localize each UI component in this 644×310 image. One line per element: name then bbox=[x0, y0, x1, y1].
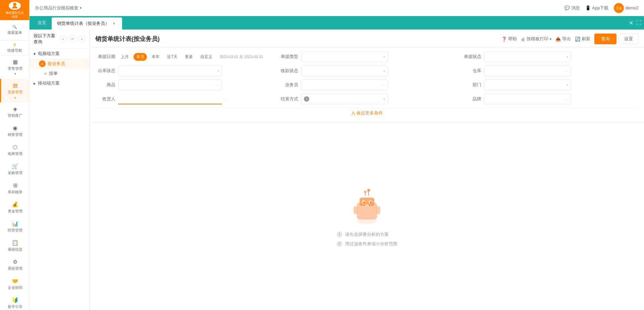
sidebar-item-ecommerce-label: 电商管理 bbox=[8, 151, 22, 156]
top-bar-left: 办公用品行业模拟账套 ▾ bbox=[35, 5, 82, 11]
brand-dots: ··· bbox=[565, 97, 568, 102]
tab-home[interactable]: 首页 bbox=[32, 17, 52, 28]
sidebar-item-finance[interactable]: 💰 资金管理 bbox=[0, 198, 29, 217]
shortcut-icon: ⚡ bbox=[12, 43, 17, 47]
date-tab-last-month[interactable]: 上月 bbox=[118, 53, 131, 61]
receiver-input[interactable] bbox=[118, 94, 222, 104]
sidebar-item-purchase[interactable]: 🛒 采购管理 bbox=[0, 160, 29, 179]
print-icon: 🖨 bbox=[521, 37, 525, 42]
help-icon: ❓ bbox=[501, 37, 507, 42]
ecommerce-icon: ⬡ bbox=[13, 144, 17, 150]
app-download-label: App下载 bbox=[592, 5, 608, 11]
tab-maximize-button[interactable]: ⛶ bbox=[636, 20, 641, 26]
left-panel: 按以下方案查询 + ✏ « ▾ 电脑端方案 人 按业务员 ≡ 按单 ▸ bbox=[30, 30, 90, 310]
out-status-arrow-icon: ▾ bbox=[217, 69, 219, 73]
date-tab-last-7[interactable]: 近7天 bbox=[164, 53, 180, 61]
warehouse-select[interactable]: ··· bbox=[484, 65, 571, 76]
sidebar-item-system[interactable]: ⚙ 系统管理 bbox=[0, 255, 29, 274]
sidebar-item-marketing[interactable]: ◈ 营销推广 bbox=[0, 102, 29, 121]
sidebar-item-finance-label: 资金管理 bbox=[8, 209, 22, 214]
print-label: 按模板打印 bbox=[527, 36, 548, 42]
warehouse-label: 仓库 bbox=[461, 68, 481, 74]
sidebar-item-marketing-label: 营销推广 bbox=[8, 113, 22, 118]
refresh-button[interactable]: 🔄 刷新 bbox=[575, 36, 590, 42]
department-label: 部门 bbox=[461, 82, 481, 88]
user-profile[interactable]: Ea demo2 bbox=[614, 3, 639, 13]
left-panel-title: 按以下方案查询 bbox=[34, 33, 59, 45]
filter-department: 部门 ▾ bbox=[461, 80, 639, 90]
sidebar-item-basic[interactable]: 📋 基础信息 bbox=[0, 236, 29, 255]
refresh-label: 刷新 bbox=[582, 36, 590, 42]
step-1-text: 请先选择要分析的方案 bbox=[345, 231, 389, 238]
shortcut-label: 快捷导航 bbox=[7, 48, 22, 53]
product-label: 商品 bbox=[95, 82, 115, 88]
edit-scheme-button[interactable]: ✏ bbox=[69, 35, 76, 43]
filter-receiver: 收货人 ··· bbox=[95, 94, 273, 104]
doc-status-select[interactable]: ▾ bbox=[484, 51, 571, 62]
date-tab-custom[interactable]: 自定义 bbox=[198, 53, 215, 61]
salesperson-select[interactable]: ··· bbox=[301, 80, 388, 90]
sidebar-item-wholesale[interactable]: ▤ 批发管理 ▴ bbox=[0, 79, 29, 102]
sidebar-item-enterprise[interactable]: 🤝 企业协同 bbox=[0, 274, 29, 294]
print-button[interactable]: 🖨 按模板打印 ▾ bbox=[521, 36, 551, 42]
avatar-text: Ea bbox=[616, 6, 622, 10]
app-download-button[interactable]: 📱 App下载 bbox=[585, 5, 608, 11]
tree-item-by-order[interactable]: ≡ 按单 bbox=[30, 69, 90, 78]
sidebar: 畅捷通好生意 标版 🔍 搜索菜单 ⚡ 快捷导航 ▦ 零售管理 ▾ ▤ 批发管理 … bbox=[0, 0, 30, 310]
svg-point-13 bbox=[364, 191, 367, 193]
settlement-tag-close[interactable]: × bbox=[304, 96, 309, 102]
message-button[interactable]: 💬 消息 bbox=[565, 5, 580, 11]
sidebar-item-inventory[interactable]: ⊞ 库存核算 bbox=[0, 179, 29, 198]
sidebar-item-wholesale-label: 批发管理 bbox=[8, 90, 22, 95]
date-tab-this-month[interactable]: 本月 bbox=[133, 53, 147, 61]
sidebar-item-retail[interactable]: ▦ 零售管理 ▾ bbox=[0, 55, 29, 79]
sidebar-item-newbie[interactable]: 🔰 新手引导 bbox=[0, 294, 29, 310]
collapse-more-button[interactable]: ⋀ 收起更多条件 bbox=[95, 108, 639, 118]
sidebar-item-operation-label: 经营管理 bbox=[8, 228, 22, 233]
date-tab-more[interactable]: 更多 bbox=[182, 53, 196, 61]
tree-item-by-salesperson-label: 按业务员 bbox=[48, 61, 65, 67]
settlement-select[interactable]: × ▾ bbox=[301, 94, 388, 104]
purchase-icon: 🛒 bbox=[12, 163, 18, 169]
date-tabs: 上月 本月 本年 近7天 更多 自定义 2023-03-01 至 2023-03… bbox=[118, 53, 263, 61]
department-select[interactable]: ▾ bbox=[484, 80, 571, 90]
tree-item-by-salesperson[interactable]: 人 按业务员 bbox=[30, 59, 90, 69]
svg-rect-10 bbox=[376, 206, 380, 214]
message-label: 消息 bbox=[571, 5, 580, 11]
date-tab-this-year[interactable]: 本年 bbox=[149, 53, 162, 61]
doc-status-label: 单据状态 bbox=[461, 54, 481, 60]
empty-steps: 1 请先选择要分析的方案 2 用过滤条件来缩小分析范围 bbox=[336, 231, 397, 247]
logo-icon bbox=[9, 2, 21, 10]
product-dots: ··· bbox=[215, 83, 219, 88]
search-section: 🔍 搜索菜单 bbox=[0, 20, 29, 40]
tab-close-all-button[interactable]: ✕ bbox=[629, 20, 633, 26]
out-status-select[interactable]: ▾ bbox=[118, 65, 222, 76]
doc-type-select[interactable]: ▾ bbox=[301, 51, 388, 62]
top-bar-right: 💬 消息 📱 App下载 Ea demo2 bbox=[565, 3, 639, 13]
settings-button[interactable]: 设置 bbox=[619, 34, 639, 44]
warehouse-dots: ··· bbox=[565, 68, 568, 73]
search-icon: 🔍 bbox=[12, 25, 17, 29]
help-label: 帮助 bbox=[508, 36, 517, 42]
brand-select[interactable]: ··· bbox=[484, 94, 571, 104]
account-dropdown[interactable]: 办公用品行业模拟账套 ▾ bbox=[35, 5, 82, 11]
search-menu-button[interactable]: 🔍 搜索菜单 bbox=[2, 23, 27, 37]
sidebar-item-ecommerce[interactable]: ⬡ 电商管理 bbox=[0, 141, 29, 160]
tree-section-mobile-label: 移动端方案 bbox=[38, 80, 60, 86]
product-select[interactable]: ··· bbox=[118, 80, 222, 90]
tab-close-button[interactable]: × bbox=[111, 21, 117, 26]
export-button[interactable]: 📤 导出 bbox=[555, 36, 571, 42]
query-button[interactable]: 查询 bbox=[594, 34, 616, 44]
help-button[interactable]: ❓ 帮助 bbox=[501, 36, 517, 42]
account-name: 办公用品行业模拟账套 bbox=[35, 5, 78, 11]
payment-status-select[interactable]: ▾ bbox=[301, 65, 388, 76]
tab-sales-stat[interactable]: 销货单统计表（按业务员） × bbox=[52, 17, 122, 30]
add-scheme-button[interactable]: + bbox=[59, 35, 67, 43]
tree-section-mobile[interactable]: ▸ 移动端方案 bbox=[30, 78, 90, 88]
order-scheme-icon: ≡ bbox=[44, 71, 47, 76]
tree-section-desktop[interactable]: ▾ 电脑端方案 bbox=[30, 49, 90, 59]
sidebar-item-operation[interactable]: 📊 经营管理 bbox=[0, 217, 29, 236]
sidebar-item-sales[interactable]: ◉ 销售管理 bbox=[0, 121, 29, 141]
collapse-panel-button[interactable]: « bbox=[78, 35, 86, 43]
shortcut-nav[interactable]: ⚡ 快捷导航 bbox=[0, 40, 29, 55]
